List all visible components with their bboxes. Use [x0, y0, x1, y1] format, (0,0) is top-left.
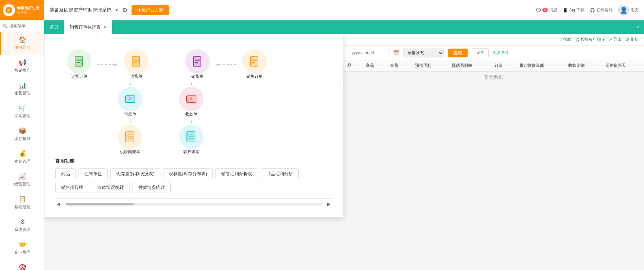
sidebar-item-guide[interactable]: 🎯 新手引导 [0, 259, 44, 270]
sidebar-item-operations[interactable]: 📈 经营管理 [0, 168, 44, 191]
purchase-icon: 🛒 [19, 104, 26, 112]
export-btn[interactable]: ↗ 导出 [609, 37, 622, 42]
customer-ledger-label: 客户账本 [183, 149, 199, 155]
table-container: 品 商品 金额 预估毛利 预估毛利率 订金 累计收款金额 收款比例 还差多少天 [343, 60, 644, 84]
svg-text:健: 健 [7, 8, 10, 12]
set-btn[interactable]: 设置 [472, 48, 489, 57]
app-name: 畅康通好生意 [17, 5, 39, 11]
flow-node-stock-in[interactable]: 进货单 [119, 49, 153, 79]
func-btn-5[interactable]: 商品毛利分析 [261, 168, 299, 179]
col-amount: 金额 [386, 60, 411, 72]
col-collect-ratio: 收款比例 [564, 60, 601, 72]
payment-circle: ¥ [118, 87, 142, 111]
arrow-sales-order-to-sales: ◀ [214, 52, 238, 77]
user-profile[interactable]: 👤 用友 [618, 5, 639, 16]
tab-close-icon[interactable]: × [104, 25, 106, 30]
order-status-select[interactable]: 单据状态 [403, 49, 444, 57]
down-arrow-2: ↓ [190, 81, 193, 86]
table-body: 暂无数据 [343, 72, 644, 84]
func-btn-7[interactable]: 收款情况统计 [92, 182, 130, 193]
sidebar-item-cooperation[interactable]: 🤝 企业协同 [0, 237, 44, 259]
flow-node-sales-order[interactable]: 销售订单 [238, 49, 272, 79]
tab-home[interactable]: 首页 [44, 20, 64, 34]
cooperation-icon: 🤝 [19, 241, 26, 248]
sidebar-item-purchase[interactable]: 🛒 采购管理 [0, 100, 44, 123]
logo-icon: 健 [3, 4, 15, 16]
help-btn[interactable]: ? 帮助 [559, 37, 571, 42]
sidebar-item-sales[interactable]: 📊 销售管理 [0, 77, 44, 100]
svg-rect-17 [250, 57, 258, 66]
scroll-right-btn[interactable]: ▶ [326, 201, 332, 206]
sidebar-label-1: 营销推广 [14, 68, 31, 73]
query-btn[interactable]: 查询 [448, 49, 468, 57]
customer-ledger-circle [179, 125, 204, 149]
tab-sales-label: 销售订单执行表 [70, 24, 101, 30]
stock-in-label: 进货单 [130, 74, 142, 79]
scroll-left-btn[interactable]: ◀ [55, 201, 62, 206]
sidebar-item-marketing[interactable]: 📢 营销推广 [0, 55, 44, 77]
search-menu[interactable]: 🔍 搜索菜单 [0, 20, 44, 32]
func-btn-0[interactable]: 商品 [55, 168, 76, 179]
svg-text:¥: ¥ [128, 96, 131, 102]
tab-sales-order[interactable]: 销售订单执行表 × [64, 20, 112, 34]
common-functions-title: 常用功能 [55, 158, 332, 164]
sidebar-item-system[interactable]: ⚙ 系统管理 [0, 214, 44, 237]
refresh-btn[interactable]: ↺ 刷新 [626, 37, 639, 42]
export-label: 导出 [613, 37, 622, 42]
flow-node-purchase-order[interactable]: 进货订单 [62, 49, 96, 79]
func-btn-4[interactable]: 销售毛利分析表 [215, 168, 258, 179]
more-conditions-link[interactable]: 更多条件 [493, 50, 509, 56]
sidebar-item-inventory[interactable]: 📦 库存核算 [0, 123, 44, 146]
avatar: 👤 [618, 5, 629, 16]
func-buttons: 商品 往来单位 现存量(库存状况表) 现存量(库存分布表) 销售毛利分析表 商品… [55, 168, 332, 179]
home-icon: 🏠 [19, 36, 26, 43]
tab-close-right-btn[interactable]: × [633, 24, 644, 30]
scroll-area: ◀ ▶ [55, 198, 332, 209]
col-total-collected: 累计收款金额 [515, 60, 564, 72]
app-download-btn[interactable]: 📱 App下载 [563, 7, 585, 13]
flow-node-supplier-ledger[interactable]: 供应商账本 [113, 125, 147, 155]
sales-circle [185, 49, 210, 74]
message-badge: 6 [542, 8, 548, 12]
settings-btn[interactable]: ⚙ [122, 6, 127, 14]
sidebar-label-3: 采购管理 [14, 113, 31, 119]
top-bar-right: 💬 6 消息 📱 App下载 🎧 在线客服 👤 用友 [536, 5, 639, 16]
message-btn[interactable]: 💬 6 消息 [536, 7, 557, 13]
online-service-label: 在线客服 [596, 7, 613, 13]
search-icon: 🔍 [3, 24, 8, 29]
scrollbar-track[interactable] [66, 203, 322, 205]
flow-node-payment[interactable]: ¥ 付款单 [113, 87, 147, 117]
finance-icon: 💰 [19, 150, 26, 157]
func-btn-1[interactable]: 往来单位 [79, 168, 108, 179]
flow-node-sales[interactable]: 销货单 [180, 49, 214, 79]
func-btn-6[interactable]: 销售排行榜 [55, 182, 89, 193]
export-icon: ↗ [609, 37, 612, 42]
sidebar-label-8: 系统管理 [14, 227, 31, 233]
overlay-panel: 进货订单 ▶ 进 [44, 34, 343, 218]
filter-row: 📅 单据状态 查询 设置 更多条件 [343, 46, 644, 60]
svg-rect-34 [187, 132, 195, 142]
calendar-icon: 📅 [394, 50, 399, 55]
experience-btn[interactable]: 体验行业方案 [132, 5, 169, 15]
data-table: 品 商品 金额 预估毛利 预估毛利率 订金 累计收款金额 收款比例 还差多少天 [343, 60, 644, 84]
operations-icon: 📈 [19, 173, 26, 180]
sidebar-item-quick-nav[interactable]: 🏠 快捷导航 [0, 32, 44, 55]
func-btn-3[interactable]: 现存量(库存分布表) [163, 168, 213, 179]
print-dropdown-icon: ▾ [603, 37, 605, 42]
date-input[interactable] [349, 49, 389, 57]
system-icon: ⚙ [20, 218, 25, 226]
sidebar-item-basic-info[interactable]: 📋 基础信息 [0, 191, 44, 214]
func-btn-2[interactable]: 现存量(库存状况表) [110, 168, 160, 179]
template-print-btn[interactable]: 🖨 按模板打印 ▾ [575, 37, 605, 42]
refresh-label: 刷新 [630, 37, 639, 42]
flow-node-customer-ledger[interactable]: 客户账本 [174, 125, 208, 155]
online-service-btn[interactable]: 🎧 在线客服 [590, 7, 613, 13]
col-product-short: 品 [343, 60, 362, 72]
func-btn-8[interactable]: 付款情况统计 [133, 182, 171, 193]
flow-node-receipt[interactable]: ¥ 收款单 [174, 87, 208, 117]
dropdown-icon[interactable]: ▾ [116, 7, 118, 13]
svg-rect-28 [126, 132, 134, 142]
purchase-order-circle [67, 49, 91, 74]
col-days-left: 还差多少天 [601, 60, 644, 72]
sidebar-item-finance[interactable]: 💰 资金管理 [0, 146, 44, 168]
